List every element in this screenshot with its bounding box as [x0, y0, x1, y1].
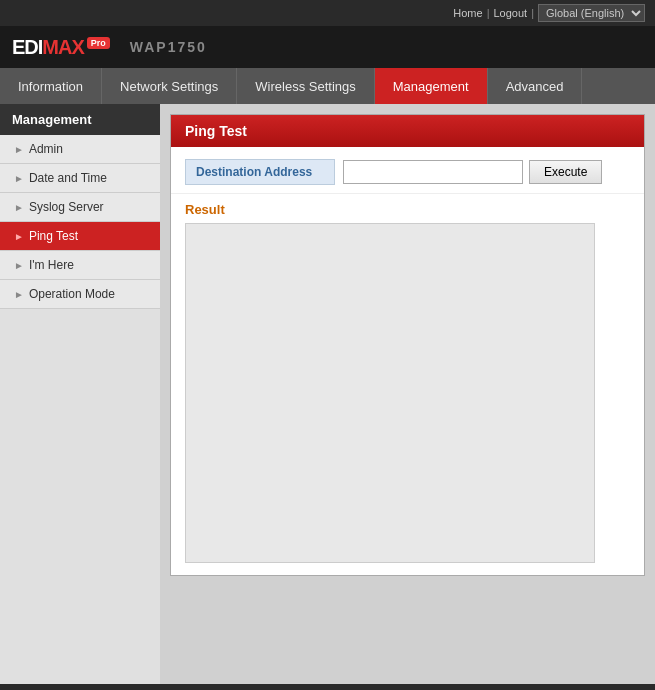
home-link[interactable]: Home — [453, 7, 482, 19]
sidebar-item-date-and-time[interactable]: ► Date and Time — [0, 164, 160, 193]
sidebar-item-operation-mode[interactable]: ► Operation Mode — [0, 280, 160, 309]
sidebar: Management ► Admin ► Date and Time ► Sys… — [0, 104, 160, 684]
result-box — [185, 223, 595, 563]
sidebar-item-admin[interactable]: ► Admin — [0, 135, 160, 164]
logout-link[interactable]: Logout — [493, 7, 527, 19]
nav-item-management[interactable]: Management — [375, 68, 488, 104]
content-area: Ping Test Destination Address Execute Re… — [160, 104, 655, 684]
sidebar-item-im-here[interactable]: ► I'm Here — [0, 251, 160, 280]
result-label: Result — [185, 202, 630, 217]
execute-button[interactable]: Execute — [529, 160, 602, 184]
language-select[interactable]: Global (English) — [538, 4, 645, 22]
result-section: Result — [171, 194, 644, 575]
form-section: Destination Address Execute — [171, 147, 644, 194]
logo-bar: EDIMAXPro WAP1750 — [0, 26, 655, 68]
arrow-icon-opmode: ► — [14, 289, 24, 300]
main-layout: Management ► Admin ► Date and Time ► Sys… — [0, 104, 655, 684]
logo-edi: EDI — [12, 36, 42, 59]
device-name: WAP1750 — [130, 39, 207, 55]
sidebar-item-date-label: Date and Time — [29, 171, 107, 185]
sidebar-item-imhere-label: I'm Here — [29, 258, 74, 272]
logo-edimax: EDIMAXPro — [12, 36, 110, 59]
sidebar-item-opmode-label: Operation Mode — [29, 287, 115, 301]
sidebar-item-ping-label: Ping Test — [29, 229, 78, 243]
sidebar-item-syslog-server[interactable]: ► Syslog Server — [0, 193, 160, 222]
sidebar-title: Management — [0, 104, 160, 135]
sidebar-item-syslog-label: Syslog Server — [29, 200, 104, 214]
arrow-icon-imhere: ► — [14, 260, 24, 271]
page-card: Ping Test Destination Address Execute Re… — [170, 114, 645, 576]
sidebar-item-ping-test[interactable]: ► Ping Test — [0, 222, 160, 251]
nav-item-wireless-settings[interactable]: Wireless Settings — [237, 68, 374, 104]
arrow-icon-syslog: ► — [14, 202, 24, 213]
nav-item-network-settings[interactable]: Network Settings — [102, 68, 237, 104]
arrow-icon-date: ► — [14, 173, 24, 184]
page-header: Ping Test — [171, 115, 644, 147]
nav-bar: Information Network Settings Wireless Se… — [0, 68, 655, 104]
nav-item-advanced[interactable]: Advanced — [488, 68, 583, 104]
arrow-icon-admin: ► — [14, 144, 24, 155]
separator1: | — [487, 7, 490, 19]
logo-container: EDIMAXPro — [12, 36, 110, 59]
sidebar-item-admin-label: Admin — [29, 142, 63, 156]
arrow-icon-ping: ► — [14, 231, 24, 242]
footer: Copyright 2014 © EDIMAX Technology Co., … — [0, 684, 655, 690]
logo-max: MAX — [42, 36, 83, 59]
logo-pro: Pro — [87, 37, 110, 49]
destination-address-input[interactable] — [343, 160, 523, 184]
destination-address-label: Destination Address — [185, 159, 335, 185]
separator2: | — [531, 7, 534, 19]
nav-item-information[interactable]: Information — [0, 68, 102, 104]
top-bar: Home | Logout | Global (English) — [0, 0, 655, 26]
